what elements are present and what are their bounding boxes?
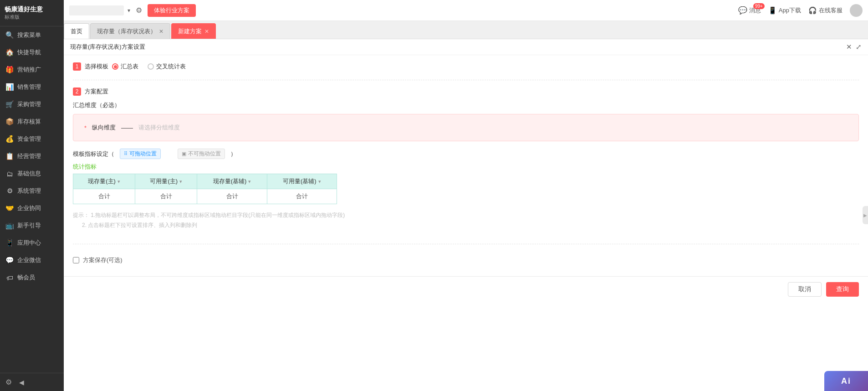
sidebar-item-label: 库存核算: [17, 118, 41, 126]
query-button[interactable]: 查询: [826, 282, 859, 297]
stat-col-header-3[interactable]: 现存量(基辅) ▾: [197, 174, 267, 189]
col3-dropdown-icon[interactable]: ▾: [248, 179, 251, 185]
finance-icon: 💰: [5, 135, 14, 143]
topbar-app-download[interactable]: 📱 App下载: [768, 6, 801, 15]
right-edge-handle[interactable]: ▶: [863, 206, 868, 224]
inventory-icon: 📦: [5, 118, 14, 126]
footer-settings-icon[interactable]: ⚙: [5, 378, 12, 386]
topbar-right: 💬 消息 99+ 📱 App下载 🎧 在线客服: [738, 4, 863, 17]
sidebar-item-inventory[interactable]: 📦 库存核算: [0, 113, 64, 130]
step2-label: 方案配置: [85, 87, 108, 96]
stat-cell-1-1: 合计: [73, 189, 135, 204]
dimension-dash: ——: [121, 124, 133, 131]
stat-col-header-1[interactable]: 现存量(主) ▾: [73, 174, 135, 189]
col4-dropdown-icon[interactable]: ▾: [318, 179, 321, 185]
avatar[interactable]: [850, 4, 863, 17]
tabbar: 首页 现存量（库存状况表） ✕ 新建方案 ✕: [64, 21, 868, 39]
topbar-settings-icon[interactable]: ⚙: [136, 6, 142, 15]
sidebar-item-enterprise[interactable]: 🤝 企业协同: [0, 200, 64, 217]
indicator-close: ）: [230, 150, 236, 158]
panel-close-icon[interactable]: ✕: [846, 43, 852, 51]
sidebar-item-marketing[interactable]: 🎁 营销推广: [0, 61, 64, 78]
cancel-button[interactable]: 取消: [788, 282, 822, 297]
sidebar-item-label: 搜索菜单: [17, 31, 41, 39]
tab-new-plan[interactable]: 新建方案 ✕: [171, 23, 216, 39]
topbar-dropdown-button[interactable]: ▾: [128, 7, 130, 14]
col1-label: 现存量(主): [88, 177, 116, 185]
sidebar-item-operations[interactable]: 📋 经营管理: [0, 148, 64, 165]
sidebar-item-label: 系统管理: [17, 187, 41, 195]
step1-header: 1 选择模板 汇总表 交叉统计表: [73, 62, 859, 71]
step1-block: 1 选择模板 汇总表 交叉统计表: [73, 62, 859, 71]
topbar: ▾ ⚙ 体验行业方案 💬 消息 99+ 📱 App下载 🎧 在线客服: [64, 0, 868, 21]
stat-col-header-4[interactable]: 可用量(基辅) ▾: [267, 174, 337, 189]
ai-label: Ai: [841, 376, 851, 386]
topbar-message[interactable]: 💬 消息 99+: [738, 6, 761, 15]
radio-summary[interactable]: 汇总表: [112, 62, 138, 71]
radio-summary-label: 汇总表: [121, 62, 138, 71]
tab-new-plan-close[interactable]: ✕: [204, 28, 209, 35]
radio-cross[interactable]: 交叉统计表: [148, 62, 186, 71]
sidebar-item-label: 营销推广: [17, 66, 41, 74]
sidebar-item-label: 企业协同: [17, 204, 41, 212]
save-checkbox[interactable]: [73, 257, 79, 263]
panel-expand-icon[interactable]: ⤢: [856, 43, 862, 51]
sidebar-item-purchase[interactable]: 🛒 采购管理: [0, 96, 64, 113]
sidebar-item-search-menu[interactable]: 🔍 搜索菜单: [0, 26, 64, 44]
not-drag-icon: ▣: [182, 151, 186, 157]
tab-inventory-label: 现存量（库存状况表）: [97, 27, 156, 36]
sidebar-item-wechat[interactable]: 💬 企业微信: [0, 252, 64, 269]
vip-icon: 🏷: [5, 273, 14, 282]
sidebar-item-label: 企业微信: [17, 256, 41, 264]
col2-dropdown-icon[interactable]: ▾: [179, 179, 182, 185]
draggable-label: 可拖动位置: [129, 150, 157, 158]
tab-inventory-close[interactable]: ✕: [159, 28, 163, 35]
edge-icon: ▶: [863, 213, 868, 218]
topbar-trial-button[interactable]: 体验行业方案: [148, 4, 196, 17]
main-wrap: ▾ ⚙ 体验行业方案 💬 消息 99+ 📱 App下载 🎧 在线客服 首页: [64, 0, 868, 391]
sidebar-nav: 🔍 搜索菜单 🏠 快捷导航 🎁 营销推广 📊 销售管理 🛒 采购管理 📦 库存核…: [0, 26, 64, 373]
sidebar-item-system[interactable]: ⚙ 系统管理: [0, 182, 64, 200]
sidebar-item-basic-info[interactable]: 🗂 基础信息: [0, 165, 64, 182]
radio-cross-label: 交叉统计表: [156, 62, 186, 71]
step1-num: 1: [73, 62, 81, 71]
online-service-label: 在线客服: [819, 6, 842, 15]
panel-actions: ✕ ⤢: [846, 43, 862, 51]
radio-summary-dot: [114, 65, 117, 68]
sidebar-item-vip[interactable]: 🏷 畅会员: [0, 269, 64, 286]
topbar-search-input[interactable]: [69, 5, 124, 15]
not-draggable-label: 不可拖动位置: [188, 150, 221, 158]
stat-cell-1-2: 合计: [135, 189, 197, 204]
col1-dropdown-icon[interactable]: ▾: [117, 179, 120, 185]
sidebar-item-new-guide[interactable]: 📺 新手引导: [0, 217, 64, 234]
hints: 提示： 1.拖动标题栏可以调整布局，不可跨维度或指标区域拖动栏目字段(只能在同一…: [73, 211, 859, 230]
config-section: 汇总维度（必选） * 纵向维度 —— 请选择分组维度 模板指标设定（: [73, 101, 859, 235]
sidebar-item-sales[interactable]: 📊 销售管理: [0, 78, 64, 96]
footer-collapse-icon[interactable]: ◀: [19, 379, 24, 386]
stat-table: 现存量(主) ▾ 可用量(主) ▾: [73, 174, 337, 204]
ai-floating-button[interactable]: Ai: [824, 371, 868, 391]
stat-col-header-2[interactable]: 可用量(主) ▾: [135, 174, 197, 189]
col2-label: 可用量(主): [150, 177, 178, 185]
sidebar-item-quick-nav[interactable]: 🏠 快捷导航: [0, 44, 64, 61]
stat-table-row: 合计 合计 合计 合计: [73, 189, 337, 204]
topbar-online-service[interactable]: 🎧 在线客服: [808, 6, 842, 15]
basic-info-icon: 🗂: [5, 170, 14, 178]
save-row: 方案保存(可选): [73, 252, 859, 269]
tab-inventory-status[interactable]: 现存量（库存状况表） ✕: [90, 23, 170, 39]
sidebar-item-label: 快捷导航: [17, 48, 41, 57]
col4-label: 可用量(基辅): [283, 177, 317, 185]
sidebar-item-finance[interactable]: 💰 资金管理: [0, 130, 64, 148]
dimension-area[interactable]: * 纵向维度 —— 请选择分组维度: [73, 114, 859, 141]
system-icon: ⚙: [5, 187, 14, 195]
hint-2: 2. 点击标题栏下拉可设置排序、插入列和删除列: [82, 221, 859, 231]
dimension-required-star: *: [84, 124, 87, 131]
purchase-icon: 🛒: [5, 100, 14, 108]
new-guide-icon: 📺: [5, 221, 14, 230]
sidebar-item-app-center[interactable]: 📱 应用中心: [0, 234, 64, 252]
headset-icon: 🎧: [808, 6, 817, 15]
tab-home[interactable]: 首页: [64, 23, 89, 39]
radio-cross-circle: [148, 63, 154, 70]
sidebar-footer: ⚙ ◀: [0, 373, 64, 391]
step2-block: 2 方案配置 汇总维度（必选） * 纵向维度 —— 请选择分组维度: [73, 87, 859, 235]
